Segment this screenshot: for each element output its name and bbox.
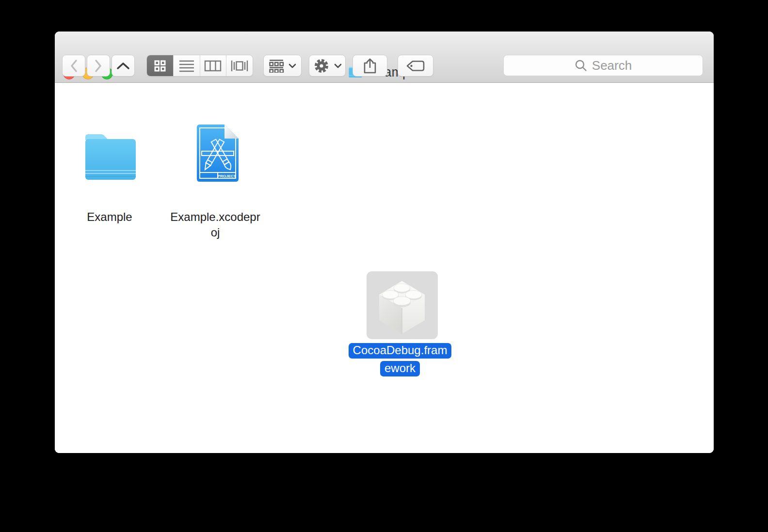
column-view-icon [204,60,222,72]
file-item-example-folder[interactable] [81,130,140,181]
file-item-framework[interactable] [374,276,431,335]
tags-button[interactable] [398,55,433,77]
chevron-right-icon [95,59,102,73]
arrange-button[interactable] [263,55,302,77]
project-badge: PROJECT [218,174,236,178]
file-label[interactable]: Example [61,209,158,225]
framework-lego-brick-icon [374,276,431,335]
folder-icon [81,130,140,181]
gear-icon [313,58,330,74]
tag-icon [406,60,425,72]
arrange-icon [269,59,284,73]
chevron-down-icon [334,63,342,68]
share-icon [363,58,377,74]
finder-window: Example [55,31,714,453]
coverflow-view-button[interactable] [226,55,253,76]
search-input[interactable]: Search [503,55,703,76]
icon-view-icon [153,59,167,73]
action-button[interactable] [309,55,346,77]
file-browser-content[interactable]: Example [55,83,714,453]
share-button[interactable] [352,55,387,77]
file-item-xcodeproj[interactable]: PROJECT [195,123,240,183]
list-view-icon [178,60,195,72]
view-mode-segmented-control [146,55,253,77]
chevron-up-icon [116,62,130,70]
chevron-left-icon [70,59,78,73]
icon-view-button[interactable] [147,55,174,76]
xcode-project-icon: PROJECT [195,123,240,183]
search-placeholder: Search [592,58,632,73]
coverflow-view-icon [230,59,249,73]
search-icon [575,59,587,72]
list-view-button[interactable] [174,55,200,76]
column-view-button[interactable] [200,55,227,76]
desktop-shadow-background: Example [0,0,768,532]
chevron-down-icon [288,63,296,68]
selected-file-label[interactable]: CocoaDebug.fram ework [347,343,453,376]
up-button[interactable] [112,55,135,77]
forward-button[interactable] [87,55,110,77]
back-button[interactable] [62,55,85,77]
titlebar-toolbar[interactable]: Example [55,31,714,83]
file-label[interactable]: Example.xcodepr oj [167,209,264,240]
